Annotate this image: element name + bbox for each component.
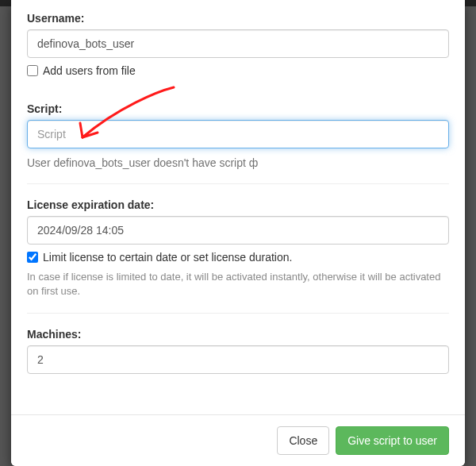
- username-label: Username:: [27, 12, 449, 25]
- add-users-from-file-row: Add users from file: [27, 64, 449, 77]
- script-note: User definova_bots_user doesn't have scr…: [27, 156, 449, 169]
- machines-label: Machines:: [27, 328, 449, 341]
- add-users-from-file-checkbox[interactable]: [27, 65, 38, 76]
- license-label: License expiration date:: [27, 198, 449, 211]
- username-input[interactable]: [27, 29, 449, 58]
- license-group: License expiration date: Limit license t…: [27, 198, 449, 298]
- limit-license-checkbox[interactable]: [27, 252, 38, 263]
- separator-1: [27, 183, 449, 184]
- license-hint: In case if license is limited to date, i…: [27, 270, 449, 298]
- limit-license-row: Limit license to certain date or set lic…: [27, 251, 449, 264]
- script-group: Script: User definova_bots_user doesn't …: [27, 102, 449, 169]
- modal-body: Username: Add users from file Script: Us…: [11, 0, 465, 414]
- give-script-button[interactable]: Give script to user: [336, 426, 449, 455]
- modal-footer: Close Give script to user: [11, 414, 465, 466]
- machines-group: Machines:: [27, 328, 449, 374]
- modal-backdrop: Username: Add users from file Script: Us…: [0, 0, 476, 466]
- separator-2: [27, 313, 449, 314]
- give-script-modal: Username: Add users from file Script: Us…: [11, 0, 465, 466]
- username-group: Username: Add users from file: [27, 12, 449, 77]
- script-label: Script:: [27, 102, 449, 115]
- script-input[interactable]: [27, 120, 449, 148]
- license-date-input[interactable]: [27, 216, 449, 245]
- close-button[interactable]: Close: [277, 426, 329, 455]
- limit-license-label: Limit license to certain date or set lic…: [43, 251, 292, 264]
- machines-input[interactable]: [27, 345, 449, 374]
- add-users-from-file-label: Add users from file: [43, 64, 136, 77]
